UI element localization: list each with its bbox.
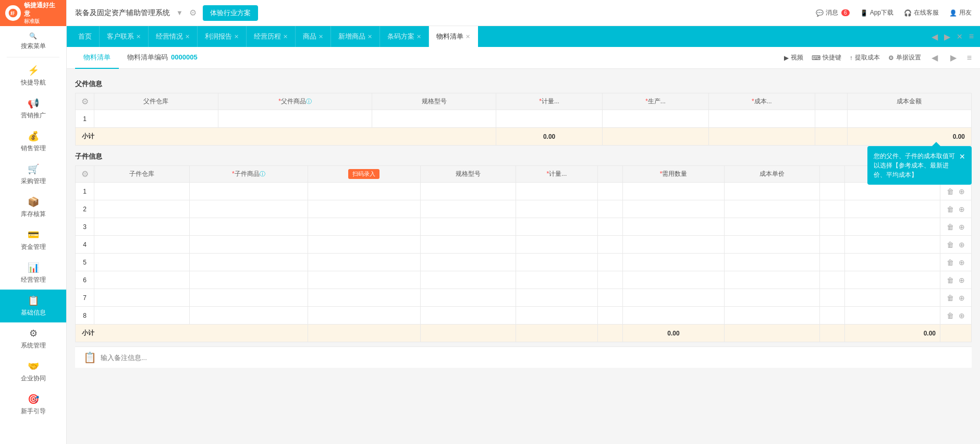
- delete-icon-4[interactable]: 🗑: [947, 241, 954, 249]
- video-button[interactable]: ▶ 视频: [784, 53, 803, 62]
- child-warehouse-4[interactable]: [94, 236, 190, 254]
- child-unit-3[interactable]: [516, 218, 598, 236]
- child-unit-5[interactable]: [516, 254, 598, 271]
- child-warehouse-3[interactable]: [94, 218, 190, 236]
- tab-bom-close[interactable]: ✕: [466, 33, 470, 40]
- sidebar-item-quicknav[interactable]: ⚡ 快捷导航: [0, 59, 66, 92]
- app-download-button[interactable]: 📱 App下载: [860, 8, 893, 17]
- child-quantity-3[interactable]: [622, 218, 725, 236]
- sidebar-item-purchase[interactable]: 🛒 采购管理: [0, 158, 66, 191]
- sub-tab-bom-code[interactable]: 物料清单编码 0000005: [119, 47, 206, 69]
- sidebar-item-operations[interactable]: 📊 经营管理: [0, 257, 66, 290]
- child-quantity-1[interactable]: [622, 183, 725, 200]
- child-goods-7[interactable]: [189, 289, 308, 307]
- tab-barcode[interactable]: 条码方案 ✕: [380, 26, 429, 47]
- copy-icon-8[interactable]: ⊕: [959, 311, 965, 320]
- view-toggle[interactable]: ≡: [967, 53, 972, 63]
- child-warehouse-8[interactable]: [94, 307, 190, 325]
- child-spec-6[interactable]: [421, 271, 516, 289]
- child-quantity-8[interactable]: [622, 307, 725, 325]
- child-warehouse-2[interactable]: [94, 200, 190, 218]
- sidebar-item-inventory[interactable]: 📦 库存核算: [0, 191, 66, 224]
- settings-icon[interactable]: ⚙: [189, 8, 197, 18]
- child-spec-5[interactable]: [421, 254, 516, 271]
- child-unitcost-4[interactable]: [725, 236, 820, 254]
- child-quantity-5[interactable]: [622, 254, 725, 271]
- child-goods-5[interactable]: [189, 254, 308, 271]
- child-unitcost-2[interactable]: [725, 200, 820, 218]
- child-spec-8[interactable]: [421, 307, 516, 325]
- tab-close-all[interactable]: ✕: [954, 32, 965, 41]
- parent-cell-produce-1[interactable]: [603, 110, 709, 128]
- child-spec-3[interactable]: [421, 218, 516, 236]
- tab-history[interactable]: 经营历程 ✕: [247, 26, 296, 47]
- parent-cell-cost-1[interactable]: [708, 110, 815, 128]
- parent-cell-unit-1[interactable]: [496, 110, 603, 128]
- copy-icon-6[interactable]: ⊕: [959, 276, 965, 284]
- child-gear-icon[interactable]: ⚙: [81, 170, 89, 178]
- copy-icon-1[interactable]: ⊕: [959, 187, 965, 196]
- child-spec-1[interactable]: [421, 183, 516, 200]
- child-warehouse-6[interactable]: [94, 271, 190, 289]
- child-goods-2[interactable]: [189, 200, 308, 218]
- child-quantity-7[interactable]: [622, 289, 725, 307]
- copy-icon-2[interactable]: ⊕: [959, 205, 965, 213]
- tab-new-goods[interactable]: 新增商品 ✕: [331, 26, 380, 47]
- tab-goods-close[interactable]: ✕: [318, 33, 323, 40]
- doc-settings-button[interactable]: ⚙ 单据设置: [888, 53, 921, 62]
- shortcut-button[interactable]: ⌨ 快捷键: [812, 53, 841, 62]
- delete-icon-8[interactable]: 🗑: [947, 311, 954, 320]
- delete-icon-1[interactable]: 🗑: [947, 187, 954, 196]
- child-warehouse-7[interactable]: [94, 289, 190, 307]
- child-goods-6[interactable]: [189, 271, 308, 289]
- tab-operations-close[interactable]: ✕: [185, 33, 190, 40]
- dropdown-arrow[interactable]: ▼: [176, 9, 183, 17]
- child-unitcost-7[interactable]: [725, 289, 820, 307]
- search-menu-item[interactable]: 🔍 搜索菜单: [0, 26, 66, 55]
- child-unit-2[interactable]: [516, 200, 598, 218]
- tab-menu[interactable]: ≡: [967, 32, 976, 41]
- child-unitcost-1[interactable]: [725, 183, 820, 200]
- child-unitcost-8[interactable]: [725, 307, 820, 325]
- sidebar-item-system[interactable]: ⚙ 系统管理: [0, 322, 66, 355]
- sidebar-item-guide[interactable]: 🎯 新手引导: [0, 388, 66, 421]
- child-warehouse-5[interactable]: [94, 254, 190, 271]
- copy-icon-4[interactable]: ⊕: [959, 241, 965, 249]
- message-button[interactable]: 💬 消息 6: [816, 8, 850, 17]
- tab-scroll-right[interactable]: ▶: [942, 32, 952, 42]
- child-goods-3[interactable]: [189, 218, 308, 236]
- sidebar-item-cooperation[interactable]: 🤝 企业协同: [0, 355, 66, 388]
- tab-history-close[interactable]: ✕: [283, 33, 288, 40]
- child-unit-1[interactable]: [516, 183, 598, 200]
- tab-goods[interactable]: 商品 ✕: [296, 26, 331, 47]
- parent-cell-warehouse-1[interactable]: [94, 110, 218, 128]
- parent-gear-icon[interactable]: ⚙: [81, 97, 89, 106]
- tab-profit[interactable]: 利润报告 ✕: [198, 26, 247, 47]
- child-quantity-2[interactable]: [622, 200, 725, 218]
- online-service-button[interactable]: 🎧 在线客服: [904, 8, 939, 17]
- tab-new-goods-close[interactable]: ✕: [368, 33, 372, 40]
- parent-cell-spec-1[interactable]: [372, 110, 496, 128]
- delete-icon-2[interactable]: 🗑: [947, 205, 954, 213]
- sub-tab-bom-list[interactable]: 物料清单: [75, 47, 119, 69]
- child-warehouse-1[interactable]: [94, 183, 190, 200]
- child-unitcost-3[interactable]: [725, 218, 820, 236]
- tab-customer[interactable]: 客户联系 ✕: [100, 26, 149, 47]
- child-unit-8[interactable]: [516, 307, 598, 325]
- scan-input-button[interactable]: 扫码录入: [348, 169, 379, 179]
- tooltip-close-button[interactable]: ✕: [959, 151, 965, 162]
- copy-icon-7[interactable]: ⊕: [959, 294, 965, 302]
- tab-scroll-left[interactable]: ◀: [929, 32, 940, 42]
- tab-profit-close[interactable]: ✕: [234, 33, 239, 40]
- child-unitcost-6[interactable]: [725, 271, 820, 289]
- child-spec-2[interactable]: [421, 200, 516, 218]
- parent-cell-goods-1[interactable]: [218, 110, 372, 128]
- child-quantity-6[interactable]: [622, 271, 725, 289]
- copy-icon-3[interactable]: ⊕: [959, 223, 965, 231]
- child-unit-7[interactable]: [516, 289, 598, 307]
- sidebar-item-finance[interactable]: 💳 资金管理: [0, 224, 66, 257]
- child-unit-6[interactable]: [516, 271, 598, 289]
- tab-bom[interactable]: 物料清单 ✕: [429, 26, 478, 47]
- tab-barcode-close[interactable]: ✕: [416, 33, 421, 40]
- note-input[interactable]: [101, 354, 963, 362]
